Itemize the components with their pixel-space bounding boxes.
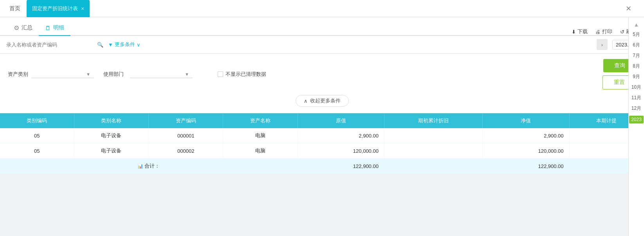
more-conditions-button[interactable]: ▼ 更多条件 ∨ xyxy=(108,41,141,48)
asset-category-input[interactable] xyxy=(31,71,86,77)
cell-asset-name: 电脑 xyxy=(223,143,298,159)
col-header-asset-code: 资产编码 xyxy=(149,113,223,128)
download-icon: ⬇ xyxy=(572,29,576,35)
total-original: 122,900.00 xyxy=(298,159,384,174)
total-accumulated xyxy=(384,159,482,174)
cell-category: 电子设备 xyxy=(74,143,148,159)
cell-asset-name: 电脑 xyxy=(223,128,298,143)
cell-original: 2,900.00 xyxy=(298,128,384,143)
download-label: 下载 xyxy=(577,28,588,35)
col-header-category: 类别名称 xyxy=(74,113,148,128)
cell-asset-code: 000001 xyxy=(149,128,223,143)
cell-accumulated xyxy=(384,128,482,143)
search-bar: 🔍 ▼ 更多条件 ∨ › 2023.01 xyxy=(0,36,644,54)
total-net: 122,900.00 xyxy=(483,159,569,174)
cell-category: 电子设备 xyxy=(74,128,148,143)
cell-accumulated xyxy=(384,143,482,159)
summary-icon: ⊙ xyxy=(14,24,19,31)
search-icon[interactable]: 🔍 xyxy=(97,42,103,48)
top-nav: 首页 固定资产折旧统计表 × ✕ xyxy=(0,0,644,17)
col-header-net: 净值 xyxy=(483,113,569,128)
scroll-up-button[interactable]: ▲ xyxy=(633,20,640,29)
nav-tab-label: 固定资产折旧统计表 xyxy=(32,5,78,12)
filter-label: 更多条件 xyxy=(115,41,135,48)
month-12[interactable]: 12月 xyxy=(629,104,644,113)
total-icon-cell xyxy=(0,159,74,174)
refresh-icon: ↺ xyxy=(620,29,624,35)
nav-tab-fixed-assets[interactable]: 固定资产折旧统计表 × xyxy=(27,0,90,17)
collapse-label: 收起更多条件 xyxy=(310,97,341,104)
table-row: 05 电子设备 000002 电脑 120,000.00 120,000.00 xyxy=(0,143,644,159)
table-row: 05 电子设备 000001 电脑 2,900.00 2,900.00 xyxy=(0,128,644,143)
use-dept-dropdown-icon[interactable]: ▼ xyxy=(185,72,189,77)
cell-asset-code: 000002 xyxy=(149,143,223,159)
chevron-down-icon: ∨ xyxy=(137,42,141,48)
nav-home[interactable]: 首页 xyxy=(6,5,23,12)
collapse-button[interactable]: ∧ 收起更多条件 xyxy=(296,95,349,107)
total-asset-name xyxy=(223,159,298,174)
toolbar-right: ⬇ 下载 🖨 打印 ↺ 刷新 xyxy=(572,28,636,35)
data-table: 类别编码 类别名称 资产编码 资产名称 原值 期初累计折旧 净值 本期计提 05… xyxy=(0,113,644,174)
asset-category-label: 资产类别 xyxy=(8,71,28,78)
nav-tab-close[interactable]: × xyxy=(81,5,84,12)
no-cleared-area: 不显示已清理数据 xyxy=(218,71,266,78)
col-header-accumulated: 期初累计折旧 xyxy=(384,113,482,128)
right-panel: ▲ 5月 6月 7月 8月 9月 10月 11月 12月 2023 xyxy=(628,17,644,236)
table-total-row: 📊 合计： 122,900.00 122,900.00 xyxy=(0,159,644,174)
print-label: 打印 xyxy=(602,28,612,35)
no-cleared-checkbox[interactable] xyxy=(218,72,223,77)
cell-original: 120,000.00 xyxy=(298,143,384,159)
use-dept-field: 使用部门 ▼ xyxy=(103,70,193,78)
tab-detail-label: 明细 xyxy=(53,24,64,31)
tab-detail[interactable]: 🗒 明细 xyxy=(39,20,70,36)
col-header-code: 类别编码 xyxy=(0,113,74,128)
month-11[interactable]: 11月 xyxy=(629,93,644,103)
download-button[interactable]: ⬇ 下载 xyxy=(572,28,588,35)
window-close-button[interactable]: ✕ xyxy=(619,4,638,13)
main-area: ⊙ 汇总 🗒 明细 ⬇ 下载 🖨 打印 xyxy=(0,17,644,236)
table-container: 类别编码 类别名称 资产编码 资产名称 原值 期初累计折旧 净值 本期计提 05… xyxy=(0,113,644,174)
print-icon: 🖨 xyxy=(595,29,601,35)
month-10[interactable]: 10月 xyxy=(629,82,644,92)
month-8[interactable]: 8月 xyxy=(629,61,644,71)
panel-toggle-button[interactable]: › xyxy=(597,39,608,50)
cell-net: 120,000.00 xyxy=(483,143,569,159)
cell-code: 05 xyxy=(0,128,74,143)
collapse-row: ∧ 收起更多条件 xyxy=(8,93,636,110)
filter-icon: ▼ xyxy=(108,42,113,48)
detail-icon: 🗒 xyxy=(45,25,51,31)
print-button[interactable]: 🖨 打印 xyxy=(595,28,612,35)
month-6[interactable]: 6月 xyxy=(629,40,644,50)
cell-net: 2,900.00 xyxy=(483,128,569,143)
tab-summary-label: 汇总 xyxy=(22,24,32,31)
table-header-row: 类别编码 类别名称 资产编码 资产名称 原值 期初累计折旧 净值 本期计提 xyxy=(0,113,644,128)
collapse-icon: ∧ xyxy=(304,98,308,104)
asset-category-dropdown-icon[interactable]: ▼ xyxy=(86,72,90,77)
use-dept-label: 使用部门 xyxy=(103,71,124,78)
filter-row: 资产类别 ▼ 使用部门 ▼ xyxy=(8,59,636,89)
search-input[interactable] xyxy=(6,42,92,48)
month-5[interactable]: 5月 xyxy=(629,30,644,39)
use-dept-input[interactable] xyxy=(130,71,185,77)
asset-category-field: 资产类别 ▼ xyxy=(8,70,94,78)
no-cleared-label: 不显示已清理数据 xyxy=(225,71,266,78)
month-9[interactable]: 9月 xyxy=(629,72,644,82)
col-header-original: 原值 xyxy=(298,113,384,128)
total-label: 📊 合计： xyxy=(74,159,223,174)
sub-tabs: ⊙ 汇总 🗒 明细 ⬇ 下载 🖨 打印 xyxy=(0,17,644,36)
year-2023[interactable]: 2023 xyxy=(629,116,644,123)
filter-area: 资产类别 ▼ 使用部门 ▼ xyxy=(0,54,644,113)
col-header-asset-name: 资产名称 xyxy=(223,113,298,128)
tab-summary[interactable]: ⊙ 汇总 xyxy=(8,20,39,36)
cell-code: 05 xyxy=(0,143,74,159)
month-7[interactable]: 7月 xyxy=(629,51,644,61)
